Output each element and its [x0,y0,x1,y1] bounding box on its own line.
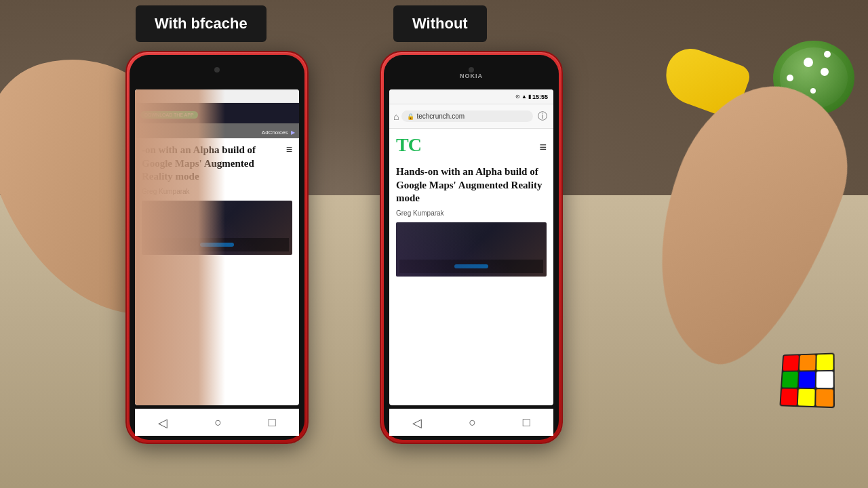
tc-header: TC ≡ [396,134,547,160]
info-icon[interactable]: ⓘ [536,110,549,123]
left-phone-screen: DOWNLOAD THE APP AdChoices ▶ ≡ -on with … [135,89,299,405]
rubiks-cube [780,352,834,407]
right-article-title: Hands-on with an Alpha build of Google M… [396,165,547,205]
right-bottom-nav: ◁ ○ □ [389,409,553,436]
left-bottom-nav: ◁ ○ □ [135,409,299,436]
right-author: Greg Kumparak [396,209,547,217]
dot [810,88,816,94]
left-camera [214,67,220,73]
status-icons: ⊙ ▲ ▮ 15:55 [515,94,548,100]
right-status-bar: ⊙ ▲ ▮ 15:55 [389,89,553,104]
nokia-brand-text: NOKIA [460,73,483,79]
right-nav-bar: ⌂ 🔒 techcrunch.com ⓘ [389,104,553,129]
dot [804,58,813,67]
right-recents-button[interactable]: □ [523,415,530,430]
rubik-cell [800,354,816,370]
right-article-image [396,222,547,277]
rubik-cell [799,371,815,388]
right-image-bar [454,264,488,268]
rubik-cell [782,371,798,387]
rubik-cell [816,389,833,407]
left-recents-button[interactable]: □ [269,415,276,430]
dot [821,68,829,76]
left-phone: DOWNLOAD THE APP AdChoices ▶ ≡ -on with … [125,51,309,444]
tc-logo-text: T [396,134,408,155]
label-without: Without [393,5,487,42]
tc-logo-c: C [408,134,421,155]
right-back-button[interactable]: ◁ [412,415,422,430]
dot [824,51,831,58]
rubik-cell [816,354,833,371]
right-menu-icon[interactable]: ≡ [539,140,547,155]
signal-icon: ▲ [521,94,527,100]
right-phone: NOKIA ⊙ ▲ ▮ 15:55 ⌂ 🔒 techcrunch.com [380,51,563,444]
wifi-icon: ⊙ [515,94,520,100]
right-image-overlay [399,260,543,273]
label-with-bfcache-text: With bfcache [155,15,248,32]
rubik-cell [781,389,797,406]
right-title-text: Hands-on with an Alpha build of Google M… [396,166,542,203]
rubik-cell [798,389,815,406]
ad-choices-icon: ▶ [291,129,295,136]
right-home-button[interactable]: ○ [469,415,476,430]
tc-logo: TC [396,134,421,156]
url-text: techcrunch.com [416,113,465,120]
right-camera [469,67,474,73]
left-home-button[interactable]: ○ [214,415,222,430]
ad-choices-text: AdChoices [262,129,288,136]
left-menu-icon[interactable]: ≡ [286,144,292,156]
lock-icon: 🔒 [407,113,414,120]
label-without-text: Without [412,15,468,32]
url-bar[interactable]: 🔒 techcrunch.com [401,110,533,122]
right-author-text: Greg Kumparak [396,209,444,217]
dot [787,75,793,81]
hand-overlay [135,89,225,405]
right-article-content: TC ≡ Hands-on with an Alpha build of Goo… [389,129,553,282]
left-back-button[interactable]: ◁ [158,415,167,430]
label-with-bfcache: With bfcache [136,5,267,42]
time-display: 15:55 [532,94,548,100]
battery-icon: ▮ [528,94,531,100]
rubik-cell [816,371,833,388]
right-phone-wrapper: NOKIA ⊙ ▲ ▮ 15:55 ⌂ 🔒 techcrunch.com [380,51,563,444]
left-phone-wrapper: DOWNLOAD THE APP AdChoices ▶ ≡ -on with … [125,51,309,444]
right-phone-screen: ⊙ ▲ ▮ 15:55 ⌂ 🔒 techcrunch.com ⓘ [389,89,553,405]
rubik-face [779,353,835,409]
rubik-cell [783,355,799,371]
nokia-brand: NOKIA [460,73,483,79]
home-icon[interactable]: ⌂ [393,111,399,122]
